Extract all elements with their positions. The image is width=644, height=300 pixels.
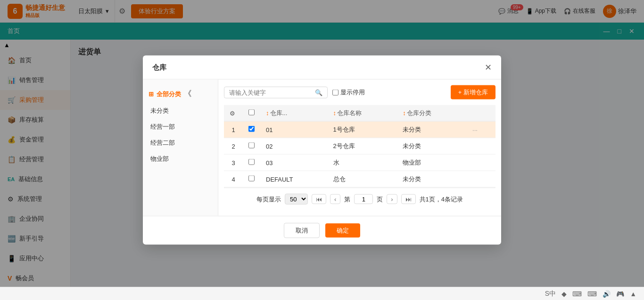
select-all-checkbox[interactable] [248,109,255,116]
th-action [467,105,495,122]
prev-page-btn[interactable]: ‹ [330,194,340,204]
modal-pagination: 每页显示 50 ⏮ ‹ 第 页 › ⏭ 共1页，4条记录 [224,188,495,210]
warehouse-table: ⚙ ↕仓库... ↕仓库名称 ↕仓库分类 1 01 1号仓库 未分类 ··· 2 [224,105,495,188]
table-row[interactable]: 1 01 1号仓库 未分类 ··· [224,121,495,138]
page-label: 第 [344,195,350,203]
modal-sidebar-item-0[interactable]: 未分类 [143,103,218,119]
page-size-select[interactable]: 50 [285,194,308,205]
row-checkbox-cell [243,121,260,138]
total-info: 共1页，4条记录 [420,195,463,203]
row-action [467,171,495,187]
last-page-btn[interactable]: ⏭ [401,194,416,204]
row-code: DEFAULT [260,171,328,187]
row-checkbox[interactable] [248,142,255,149]
triangle-icon[interactable]: ▲ [630,290,636,298]
warehouse-modal: 仓库 ✕ ⊞ 全部分类 《 未分类 经营一部 经营二部 物业部 🔍 [143,56,501,245]
row-checkbox[interactable] [248,159,255,165]
row-name: 总仓 [328,171,397,187]
th-category: ↕仓库分类 [397,105,467,122]
row-checkbox[interactable] [248,126,255,132]
row-category: 未分类 [397,171,467,187]
row-category: 未分类 [397,121,467,138]
keyboard2-icon[interactable]: ⌨ [587,290,597,298]
row-checkbox-cell [243,171,260,187]
th-checkbox [243,105,260,122]
modal-sidebar: ⊞ 全部分类 《 未分类 经营一部 经营二部 物业部 [143,80,218,216]
grid-icon: ⊞ [149,91,154,98]
next-page-btn[interactable]: › [387,194,397,204]
show-disabled-checkbox[interactable] [332,89,339,95]
sidebar-all-label: 全部分类 [157,90,181,98]
page-unit: 页 [377,195,383,203]
row-action [467,138,495,154]
modal-close-btn[interactable]: ✕ [485,62,492,73]
modal-sidebar-item-2[interactable]: 经营二部 [143,135,218,151]
table-header: ⚙ ↕仓库... ↕仓库名称 ↕仓库分类 [224,105,495,122]
keyboard-icon[interactable]: ⌨ [572,290,582,298]
show-disabled-label: 显示停用 [332,88,365,97]
search-input[interactable] [229,89,312,96]
table-row[interactable]: 4 DEFAULT 总仓 未分类 [224,171,495,187]
modal-sidebar-all[interactable]: ⊞ 全部分类 《 [143,85,218,103]
confirm-btn[interactable]: 确定 [325,224,360,238]
page-input[interactable] [354,194,373,204]
row-num: 3 [224,154,243,171]
modal-header: 仓库 ✕ [143,56,501,80]
input-method-icon[interactable]: S中 [545,290,556,298]
table-body: 1 01 1号仓库 未分类 ··· 2 02 2号仓库 未分类 3 03 水 物… [224,121,495,187]
th-code: ↕仓库... [260,105,328,122]
row-code: 03 [260,154,328,171]
row-code: 01 [260,121,328,138]
th-name: ↕仓库名称 [328,105,397,122]
row-category: 未分类 [397,138,467,154]
row-action: ··· [467,121,495,138]
modal-title: 仓库 [152,63,166,72]
bottom-bar: S中 ◆ ⌨ ⌨ 🔊 🎮 ▲ [0,287,644,300]
new-warehouse-btn[interactable]: + 新增仓库 [451,85,495,100]
row-name: 2号仓库 [328,138,397,154]
cancel-btn[interactable]: 取消 [284,223,320,238]
row-num: 4 [224,171,243,187]
modal-footer: 取消 确定 [143,216,501,245]
modal-sidebar-item-3[interactable]: 物业部 [143,151,218,167]
row-name: 水 [328,154,397,171]
row-checkbox-cell [243,138,260,154]
row-category: 物业部 [397,154,467,171]
sidebar-collapse-icon[interactable]: 《 [184,89,191,99]
row-num: 2 [224,138,243,154]
table-row[interactable]: 2 02 2号仓库 未分类 [224,138,495,154]
row-checkbox-cell [243,154,260,171]
settings-icon[interactable]: ⚙ [230,109,235,117]
show-disabled-text: 显示停用 [340,88,365,97]
row-name: 1号仓库 [328,121,397,138]
diamond-icon[interactable]: ◆ [561,290,567,298]
row-checkbox[interactable] [248,175,255,182]
speaker-icon[interactable]: 🔊 [603,290,611,298]
table-row[interactable]: 3 03 水 物业部 [224,154,495,171]
modal-sidebar-item-1[interactable]: 经营一部 [143,119,218,135]
first-page-btn[interactable]: ⏮ [312,194,326,204]
row-action [467,154,495,171]
row-action-btn[interactable]: ··· [472,126,478,133]
modal-body: ⊞ 全部分类 《 未分类 经营一部 经营二部 物业部 🔍 显示停用 + 新增仓库 [143,80,501,216]
search-icon[interactable]: 🔍 [315,89,322,96]
search-box: 🔍 [224,86,328,98]
page-size-label: 每页显示 [256,195,281,203]
row-num: 1 [224,121,243,138]
modal-toolbar: 🔍 显示停用 + 新增仓库 [224,85,495,100]
row-code: 02 [260,138,328,154]
modal-content: 🔍 显示停用 + 新增仓库 ⚙ ↕仓库... ↕仓库名称 ↕仓库分类 [218,80,501,216]
th-settings: ⚙ [224,105,243,122]
gamepad-icon[interactable]: 🎮 [616,290,624,298]
